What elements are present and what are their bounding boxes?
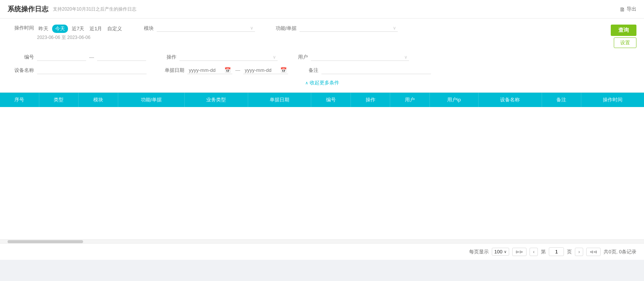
remark-input[interactable] xyxy=(321,67,431,74)
empty-area xyxy=(0,107,644,239)
date-to-wrapper: 📅 xyxy=(243,66,288,74)
per-page-select[interactable]: 100 ∨ xyxy=(492,248,510,256)
time-btn-today[interactable]: 今天 xyxy=(52,25,68,33)
col-remark: 备注 xyxy=(542,93,581,107)
calendar-from-icon[interactable]: 📅 xyxy=(224,67,231,73)
export-label: 导出 xyxy=(627,6,636,12)
scrollbar-area[interactable] xyxy=(0,239,644,243)
data-table: 序号 类型 模块 功能/单据 业务类型 单据日期 编号 操作 用户 用户ip 设… xyxy=(0,93,644,107)
serial-from-input[interactable] xyxy=(37,53,86,61)
time-filter-group: 昨天 今天 近7天 近1月 自定义 2023-06-06 至 2023-06-0… xyxy=(37,25,124,41)
user-select[interactable]: ∨ xyxy=(311,54,409,61)
col-device: 设备名称 xyxy=(478,93,542,107)
page-subtitle: 支持2020年10月31日之后产生的操作日志 xyxy=(53,6,136,12)
per-page-value: 100 xyxy=(494,249,503,255)
next-page-button[interactable]: › xyxy=(575,248,583,256)
time-btn-yesterday[interactable]: 昨天 xyxy=(37,25,50,33)
page-label-suffix: 页 xyxy=(567,248,572,255)
serial-label: 编号 xyxy=(8,54,34,61)
col-docdate: 单据日期 xyxy=(248,93,311,107)
time-range-text: 2023-06-06 至 2023-06-06 xyxy=(37,34,124,41)
collapse-arrow-icon: ∧ xyxy=(305,81,308,85)
page-header: 系统操作日志 支持2020年10月31日之后产生的操作日志 🗎 导出 xyxy=(0,0,644,19)
time-btn-custom[interactable]: 自定义 xyxy=(106,25,124,33)
page-number-input[interactable] xyxy=(549,247,564,256)
user-chevron-icon: ∨ xyxy=(404,54,408,60)
col-userip: 用户ip xyxy=(429,93,478,107)
calendar-to-icon[interactable]: 📅 xyxy=(280,67,287,73)
page-title: 系统操作日志 xyxy=(8,5,48,14)
col-module: 模块 xyxy=(79,93,118,107)
device-label: 设备名称 xyxy=(8,67,34,74)
main-content: 序号 类型 模块 功能/单据 业务类型 单据日期 编号 操作 用户 用户ip 设… xyxy=(0,93,644,239)
date-dash: — xyxy=(235,67,240,73)
col-biztype: 业务类型 xyxy=(185,93,248,107)
date-label: 单据日期 xyxy=(162,67,184,74)
col-type: 类型 xyxy=(39,93,78,107)
col-operation: 操作 xyxy=(351,93,390,107)
module-chevron-icon: ∨ xyxy=(250,25,253,31)
date-from-wrapper: 📅 xyxy=(187,66,232,74)
table-header: 序号 类型 模块 功能/单据 业务类型 单据日期 编号 操作 用户 用户ip 设… xyxy=(0,93,644,107)
page-label-prefix: 第 xyxy=(541,248,546,255)
table-header-row: 序号 类型 模块 功能/单据 业务类型 单据日期 编号 操作 用户 用户ip 设… xyxy=(0,93,644,107)
time-btn-1month[interactable]: 近1月 xyxy=(88,25,103,33)
device-input[interactable] xyxy=(37,67,147,74)
function-label: 功能/单据 xyxy=(270,25,297,32)
footer-bar: 每页显示 100 ∨ ⊳⊳ ‹ 第 页 › ⊳⊳ 共0页, 0条记录 xyxy=(0,243,644,260)
right-actions: 查询 设置 xyxy=(611,25,636,48)
operation-label: 操作 xyxy=(161,54,176,61)
per-page-chevron-icon: ∨ xyxy=(504,250,507,254)
function-chevron-icon: ∨ xyxy=(393,25,396,31)
filter-panel: 操作时间 昨天 今天 近7天 近1月 自定义 2023-06-06 至 2023… xyxy=(0,19,644,93)
export-icon: 🗎 xyxy=(619,6,625,12)
settings-button[interactable]: 设置 xyxy=(614,37,636,48)
collapse-bar[interactable]: ∧ 收起更多条件 xyxy=(8,77,636,89)
per-page-label: 每页显示 xyxy=(469,248,489,255)
module-label: 模块 xyxy=(139,25,154,32)
time-btn-7days[interactable]: 近7天 xyxy=(70,25,86,33)
remark-label: 备注 xyxy=(303,67,318,74)
export-button[interactable]: 🗎 导出 xyxy=(619,6,636,12)
first-page-button[interactable]: ⊳⊳ xyxy=(512,248,527,256)
col-number: 编号 xyxy=(311,93,351,107)
date-to-input[interactable] xyxy=(245,67,279,73)
serial-to-input[interactable] xyxy=(97,53,146,61)
total-text: 共0页, 0条记录 xyxy=(604,248,636,255)
serial-dash: — xyxy=(89,54,94,60)
collapse-label: 收起更多条件 xyxy=(310,79,339,86)
prev-page-button[interactable]: ‹ xyxy=(530,248,538,256)
col-optime: 操作时间 xyxy=(581,93,644,107)
operation-chevron-icon: ∨ xyxy=(273,54,276,60)
query-button[interactable]: 查询 xyxy=(611,25,636,36)
user-label: 用户 xyxy=(293,54,308,61)
col-user: 用户 xyxy=(390,93,429,107)
module-select[interactable]: ∨ xyxy=(157,25,255,32)
date-from-input[interactable] xyxy=(189,67,223,73)
last-page-button[interactable]: ⊳⊳ xyxy=(586,248,601,256)
collapse-text: ∧ 收起更多条件 xyxy=(305,79,339,86)
col-serial: 序号 xyxy=(0,93,39,107)
function-select[interactable]: ∨ xyxy=(300,25,398,32)
time-label: 操作时间 xyxy=(8,25,34,31)
operation-select[interactable]: ∨ xyxy=(179,54,278,61)
scrollbar-thumb[interactable] xyxy=(8,240,83,243)
col-function: 功能/单据 xyxy=(118,93,184,107)
